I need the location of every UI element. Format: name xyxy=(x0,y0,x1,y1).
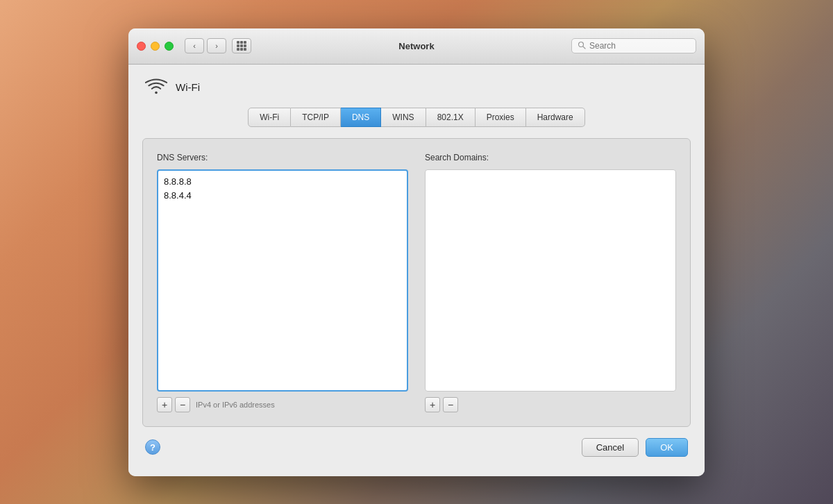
wifi-header: Wi-Fi xyxy=(142,78,691,96)
cancel-button[interactable]: Cancel xyxy=(582,438,639,457)
tab-bar: Wi-Fi TCP/IP DNS WINS 802.1X Proxies Har… xyxy=(142,108,691,127)
maximize-button[interactable] xyxy=(165,42,174,51)
dns-panel: DNS Servers: 8.8.8.8 8.8.4.4 + − IPv4 or… xyxy=(142,138,691,427)
plus-icon: + xyxy=(430,400,435,410)
tab-dns[interactable]: DNS xyxy=(341,108,381,127)
tab-hardware[interactable]: Hardware xyxy=(526,108,585,127)
dns-entry-1: 8.8.8.8 xyxy=(164,175,401,190)
dns-servers-list[interactable]: 8.8.8.8 8.8.4.4 xyxy=(157,169,408,392)
title-bar: ‹ › Network xyxy=(128,28,705,65)
tab-wins[interactable]: WINS xyxy=(381,108,426,127)
footer-buttons: Cancel OK xyxy=(582,438,688,457)
tab-8021x[interactable]: 802.1X xyxy=(426,108,476,127)
dns-entry-2: 8.8.4.4 xyxy=(164,189,401,203)
svg-line-1 xyxy=(583,47,585,49)
search-domains-list[interactable] xyxy=(425,169,676,392)
wifi-icon xyxy=(145,78,167,96)
svg-point-2 xyxy=(155,91,158,94)
network-window: ‹ › Network xyxy=(128,28,705,476)
search-icon xyxy=(578,41,586,51)
help-icon: ? xyxy=(150,442,155,453)
minus-icon: − xyxy=(448,400,453,410)
plus-icon: + xyxy=(162,400,167,410)
grid-button[interactable] xyxy=(232,38,251,53)
ok-button[interactable]: OK xyxy=(646,438,688,457)
back-button[interactable]: ‹ xyxy=(185,38,204,53)
search-box[interactable] xyxy=(571,38,696,53)
search-domains-label: Search Domains: xyxy=(425,153,676,162)
content-area: Wi-Fi Wi-Fi TCP/IP DNS WINS 802.1X Proxi… xyxy=(128,65,705,476)
add-domain-button[interactable]: + xyxy=(425,397,440,412)
grid-icon xyxy=(237,41,246,51)
close-button[interactable] xyxy=(137,42,146,51)
minimize-button[interactable] xyxy=(151,42,160,51)
footer: ? Cancel OK xyxy=(142,438,691,460)
remove-domain-button[interactable]: − xyxy=(443,397,458,412)
window-title: Network xyxy=(398,41,434,51)
back-icon: ‹ xyxy=(193,42,196,50)
traffic-lights xyxy=(137,42,174,51)
forward-button[interactable]: › xyxy=(207,38,226,53)
tab-proxies[interactable]: Proxies xyxy=(476,108,526,127)
search-domains-controls: + − xyxy=(425,397,676,412)
dns-servers-label: DNS Servers: xyxy=(157,153,408,162)
nav-buttons: ‹ › xyxy=(185,38,226,53)
remove-dns-button[interactable]: − xyxy=(175,397,190,412)
wifi-label: Wi-Fi xyxy=(176,81,200,93)
search-input[interactable] xyxy=(589,41,687,51)
minus-icon: − xyxy=(180,400,185,410)
tab-tcpip[interactable]: TCP/IP xyxy=(291,108,341,127)
dns-servers-column: DNS Servers: 8.8.8.8 8.8.4.4 + − IPv4 or… xyxy=(157,153,408,412)
dns-hint: IPv4 or IPv6 addresses xyxy=(196,401,275,409)
tab-wifi[interactable]: Wi-Fi xyxy=(248,108,291,127)
forward-icon: › xyxy=(215,42,218,50)
dns-servers-controls: + − IPv4 or IPv6 addresses xyxy=(157,397,408,412)
add-dns-button[interactable]: + xyxy=(157,397,172,412)
help-button[interactable]: ? xyxy=(145,439,160,455)
search-domains-column: Search Domains: + − xyxy=(425,153,676,412)
